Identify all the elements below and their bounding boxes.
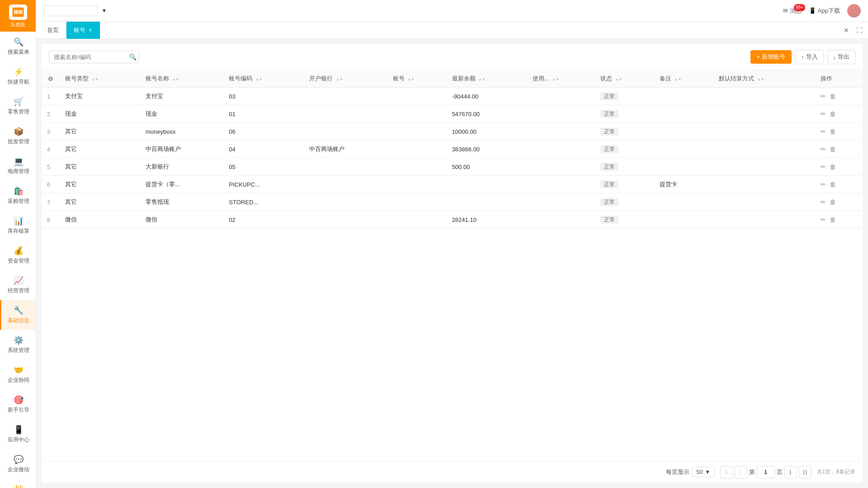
sidebar-item-企业协同[interactable]: 🤝 企业协同 [0,360,36,389]
sidebar-item-采购管理[interactable]: 🛍️ 采购管理 [0,181,36,211]
search-input[interactable] [54,54,126,61]
import-icon: ↑ [801,54,804,61]
tab-fullscreen-btn[interactable]: ⛶ [854,25,864,36]
col-bank[interactable]: 开户银行 ▲▼ [304,70,387,88]
edit-icon[interactable]: ✏ [821,163,826,170]
status-badge: 正常 [600,216,618,224]
delete-icon[interactable]: 🗑 [830,163,836,170]
prev-page-button[interactable]: ⟨ [735,466,747,479]
export-button[interactable]: ↓ 导出 [827,50,856,64]
user-avatar[interactable] [847,4,861,18]
col-remark[interactable]: 备注 ▲▼ [654,70,713,88]
sidebar-item-新手引导[interactable]: 🎯 新手引导 [0,389,36,419]
page-label: 第 [749,468,755,476]
delete-icon[interactable]: 🗑 [830,128,836,135]
sidebar-item-畅会员[interactable]: 👑 畅会员 [0,479,36,488]
add-account-button[interactable]: + 新增账号 [750,50,792,64]
row-remark [654,123,713,141]
search-box[interactable]: 🔍 [49,51,139,63]
col-checkbox[interactable]: ⚙ [42,70,60,88]
delete-icon[interactable]: 🗑 [830,216,836,223]
logo-subtitle: 乐惠版 [10,21,25,28]
row-default-pay [713,193,815,211]
edit-icon[interactable]: ✏ [821,216,826,223]
tab-close-icon[interactable]: ✕ [88,27,93,33]
edit-icon[interactable]: ✏ [821,145,826,153]
sidebar-item-搜索菜单[interactable]: 🔍 搜索菜单 [0,32,36,61]
tab-account[interactable]: 账号 ✕ [66,22,100,39]
sidebar-item-label: 快捷导航 [8,78,29,86]
tab-home-label: 首页 [47,26,59,34]
row-name: 现金 [140,105,223,123]
row-actions: ✏ 🗑 [815,158,863,176]
edit-icon[interactable]: ✏ [821,93,826,100]
table-row: 2 现金 现金 01 547670.00 正常 ✏ 🗑 [42,105,863,123]
col-type[interactable]: 账号类型 ▲▼ [60,70,140,88]
sidebar-item-库存核算[interactable]: 📊 库存核算 [0,211,36,240]
tab-close-btn[interactable]: ✕ [842,25,851,36]
delete-icon[interactable]: 🗑 [830,110,836,117]
sidebar-item-企业微信[interactable]: 💬 企业微信 [0,449,36,479]
row-name: moneybosx [140,123,223,141]
status-badge: 正常 [600,127,618,136]
sidebar-item-label: 系统管理 [8,347,29,354]
import-label: 导入 [806,53,818,61]
topbar-search-input[interactable] [47,8,84,14]
delete-icon[interactable]: 🗑 [830,198,836,206]
edit-icon[interactable]: ✏ [821,198,826,206]
row-type: 其它 [60,141,140,158]
first-page-button[interactable]: ⟨⟨ [720,466,733,479]
col-usage[interactable]: 使用... ▲▼ [527,70,595,88]
sidebar-nav: 🔍 搜索菜单 ⚡ 快捷导航 🛒 零售管理 📦 批发管理 💻 电商管理 🛍️ 采购… [0,32,36,488]
sidebar-item-资金管理[interactable]: 💰 资金管理 [0,240,36,270]
last-page-button[interactable]: ⟩⟩ [799,466,811,479]
search-icon[interactable]: 🔍 [129,53,137,61]
row-remark [654,193,713,211]
logo[interactable]: 稳稳 乐惠版 [0,0,36,32]
sidebar-item-系统管理[interactable]: ⚙️ 系统管理 [0,330,36,360]
import-button[interactable]: ↑ 导入 [795,50,824,64]
next-page-button[interactable]: ⟩ [784,466,797,479]
sidebar-item-经营管理[interactable]: 📈 经营管理 [0,270,36,300]
main-area: ▼ ✉ 消息 99+ 📱 App下载 首页 账号 ✕ [36,0,868,488]
col-name[interactable]: 账号名称 ▲▼ [140,70,223,88]
page-number-input[interactable] [757,466,775,479]
edit-icon[interactable]: ✏ [821,110,826,117]
total-info: 共1页，8条记录 [817,468,855,476]
delete-icon[interactable]: 🗑 [830,181,836,188]
col-balance[interactable]: 最新余额 ▲▼ [447,70,527,88]
sidebar-item-应用中心[interactable]: 📱 应用中心 [0,419,36,449]
sidebar-item-基础信息[interactable]: 🔧 基础信息 [0,300,36,330]
topbar-dropdown[interactable]: ▼ [101,7,107,14]
col-code[interactable]: 账号编码 ▲▼ [223,70,304,88]
row-bank [304,105,387,123]
sidebar-item-零售管理[interactable]: 🛒 零售管理 [0,91,36,121]
delete-icon[interactable]: 🗑 [830,145,836,153]
tab-home[interactable]: 首页 [40,22,66,39]
row-code: 01 [223,105,304,123]
sidebar-icon: 👑 [14,484,24,488]
topbar-search-box[interactable] [43,5,98,16]
sidebar-item-电商管理[interactable]: 💻 电商管理 [0,151,36,181]
delete-icon[interactable]: 🗑 [830,93,836,100]
sidebar-item-批发管理[interactable]: 📦 批发管理 [0,121,36,151]
sidebar-icon: 💬 [14,455,24,465]
edit-icon[interactable]: ✏ [821,181,826,188]
app-download-button[interactable]: 📱 App下载 [809,7,840,15]
col-account[interactable]: 账号 ▲▼ [387,70,447,88]
footer: 每页显示 50 ▼ ⟨⟨ ⟨ 第 页 ⟩ ⟩⟩ 共1页，8条记录 [42,461,863,483]
logo-icon: 稳稳 [9,5,27,20]
row-status: 正常 [595,158,654,176]
settings-icon[interactable]: ⚙ [48,75,53,82]
edit-icon[interactable]: ✏ [821,128,826,135]
sidebar-icon: 💰 [14,246,24,256]
page-size-dropdown[interactable]: 50 ▼ [692,467,714,477]
col-default-pay[interactable]: 默认结算方式 ▲▼ [713,70,815,88]
table-row: 3 其它 moneybosx 06 10000.00 正常 ✏ 🗑 [42,123,863,141]
row-remark [654,158,713,176]
message-button[interactable]: ✉ 消息 99+ [783,7,802,15]
col-status[interactable]: 状态 ▲▼ [595,70,654,88]
row-num: 5 [42,158,60,176]
row-name: 微信 [140,211,223,229]
sidebar-item-快捷导航[interactable]: ⚡ 快捷导航 [0,61,36,91]
